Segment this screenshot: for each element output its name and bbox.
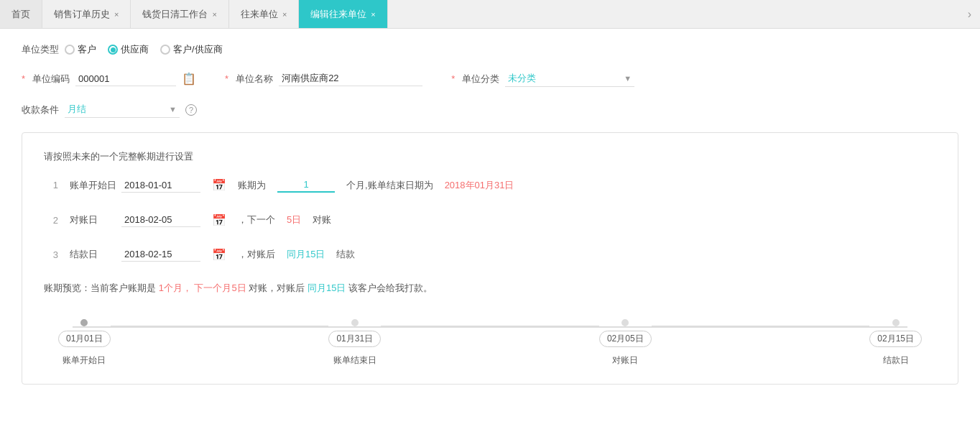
timeline: 01月01日 账单开始日 01月31日 账单结束日 02月05日 对账日 — [44, 312, 936, 367]
payment-terms-label: 收款条件 — [22, 104, 59, 116]
unit-code-star: * — [22, 73, 25, 84]
payment-terms-field: 收款条件 月结 ▼ ? — [22, 101, 197, 118]
row-reconcile-date: 2 对账日 📅 ，下一个 5日 对账 — [44, 213, 936, 227]
unit-code-field: * 单位编码 📋 — [22, 72, 196, 86]
preview-end: 该客户会给我打款。 — [348, 282, 433, 293]
row2-highlight: 5日 — [287, 213, 301, 226]
unit-name-label: 单位名称 — [236, 73, 273, 86]
tab-edit-partner[interactable]: 编辑往来单位 × — [299, 0, 387, 28]
timeline-dot-3 — [892, 319, 900, 326]
timeline-items: 01月01日 账单开始日 01月31日 账单结束日 02月05日 对账日 — [58, 319, 922, 367]
main-content: 单位类型 客户 供应商 客户/供应商 * 单位编码 — [0, 29, 980, 437]
preview-months: 1个月， — [159, 282, 192, 293]
row3-label: 结款日 — [70, 248, 110, 261]
row2-num: 2 — [44, 215, 58, 226]
row2-label: 对账日 — [70, 213, 110, 226]
radio-customer[interactable]: 客户 — [65, 43, 96, 56]
timeline-label-0: 账单开始日 — [63, 354, 106, 367]
radio-both-label: 客户/供应商 — [173, 43, 223, 56]
payment-terms-row: 收款条件 月结 ▼ ? — [22, 101, 958, 118]
timeline-badge-1: 01月31日 — [328, 331, 381, 347]
row-payment-date: 3 结款日 📅 ，对账后 同月15日 结款 — [44, 247, 936, 262]
tab-sales-history-label: 销售订单历史 — [54, 8, 110, 21]
tab-partner-label: 往来单位 — [241, 8, 278, 21]
row3-calendar-icon[interactable]: 📅 — [212, 248, 226, 262]
payment-terms-arrow-icon: ▼ — [169, 105, 177, 114]
row1-period-unit: 个月,账单结束日期为 — [346, 179, 433, 192]
unit-code-input[interactable] — [75, 72, 176, 86]
row2-suffix-pre: ，下一个 — [238, 213, 275, 226]
tab-partner-close[interactable]: × — [282, 10, 287, 19]
unit-category-dropdown[interactable]: 未分类 ▼ — [505, 70, 634, 87]
unit-category-star: * — [451, 73, 455, 84]
row3-suffix-pre: ，对账后 — [238, 248, 275, 261]
radio-supplier[interactable]: 供应商 — [108, 43, 149, 56]
unit-info-row: * 单位编码 📋 * 单位名称 * 单位分类 未分类 ▼ — [22, 70, 958, 87]
tab-sales-history[interactable]: 销售订单历史 × — [42, 0, 131, 28]
row1-num: 1 — [44, 180, 58, 190]
timeline-item-3: 02月15日 结款日 — [869, 319, 922, 367]
timeline-connector-1 — [111, 326, 329, 327]
tab-bar: 首页 销售订单历史 × 钱货日清工作台 × 往来单位 × 编辑往来单位 × › — [0, 0, 980, 29]
radio-supplier-circle — [108, 45, 118, 55]
timeline-item-2: 02月05日 对账日 — [599, 319, 652, 367]
row1-date-input[interactable] — [121, 178, 200, 193]
row1-period-label: 账期为 — [238, 179, 266, 192]
tab-home-label: 首页 — [11, 8, 30, 21]
preview-text: 账期预览：当前客户账期是 1个月， 下一个月5日 对账，对账后 同月15日 该客… — [44, 282, 936, 295]
timeline-label-2: 对账日 — [612, 354, 638, 367]
timeline-label-3: 结款日 — [883, 354, 909, 367]
timeline-dot-2 — [621, 319, 629, 326]
row3-date-input[interactable] — [121, 247, 200, 262]
panel-description: 请按照未来的一个完整帐期进行设置 — [44, 150, 936, 163]
radio-customer-label: 客户 — [78, 43, 96, 56]
row1-period-input[interactable] — [277, 178, 335, 193]
row1-label: 账单开始日 — [70, 179, 110, 192]
tab-cash-work[interactable]: 钱货日清工作台 × — [131, 0, 228, 28]
timeline-label-1: 账单结束日 — [333, 354, 376, 367]
row2-date-input[interactable] — [121, 213, 200, 227]
tab-cash-work-label: 钱货日清工作台 — [142, 8, 208, 21]
tab-edit-partner-close[interactable]: × — [371, 10, 375, 19]
preview-mid: 对账，对账后 — [249, 282, 305, 293]
payment-terms-dropdown[interactable]: 月结 ▼ — [65, 101, 180, 118]
row1-calendar-icon[interactable]: 📅 — [212, 178, 226, 192]
radio-supplier-label: 供应商 — [121, 43, 149, 56]
payment-terms-value: 月结 — [68, 103, 163, 116]
radio-customer-circle — [65, 45, 75, 55]
timeline-badge-0: 01月01日 — [58, 331, 111, 347]
tab-sales-history-close[interactable]: × — [114, 10, 119, 19]
unit-code-icon[interactable]: 📋 — [182, 72, 196, 86]
unit-category-arrow-icon: ▼ — [624, 74, 632, 83]
timeline-item-0: 01月01日 账单开始日 — [58, 319, 111, 367]
tab-more-button[interactable]: › — [959, 0, 980, 28]
radio-both[interactable]: 客户/供应商 — [160, 43, 223, 56]
row3-highlight: 同月15日 — [287, 248, 325, 261]
preview-label: 账期预览：当前客户账期是 — [44, 282, 156, 293]
unit-category-value: 未分类 — [508, 72, 618, 85]
timeline-item-1: 01月31日 账单结束日 — [328, 319, 381, 367]
unit-category-label: 单位分类 — [462, 73, 499, 86]
tab-home[interactable]: 首页 — [0, 0, 42, 28]
row2-calendar-icon[interactable]: 📅 — [212, 213, 226, 227]
row1-end-date: 2018年01月31日 — [445, 179, 514, 192]
tab-partner[interactable]: 往来单位 × — [229, 0, 299, 28]
row3-num: 3 — [44, 249, 58, 260]
tab-cash-work-close[interactable]: × — [212, 10, 216, 19]
unit-category-field: * 单位分类 未分类 ▼ — [451, 70, 634, 87]
unit-code-label: 单位编码 — [32, 73, 70, 86]
row3-suffix-post: 结款 — [336, 248, 355, 261]
payment-terms-help-icon[interactable]: ? — [185, 104, 197, 116]
unit-name-input[interactable] — [279, 72, 422, 86]
timeline-badge-2: 02月05日 — [599, 331, 652, 347]
unit-type-radio-group: 客户 供应商 客户/供应商 — [65, 43, 223, 56]
row-start-date: 1 账单开始日 📅 账期为 个月,账单结束日期为 2018年01月31日 — [44, 178, 936, 193]
row2-suffix-post: 对账 — [313, 213, 331, 226]
unit-type-row: 单位类型 客户 供应商 客户/供应商 — [22, 43, 958, 56]
timeline-connector-3 — [652, 326, 870, 327]
preview-date: 同月15日 — [308, 282, 346, 293]
timeline-dot-1 — [351, 319, 359, 326]
tab-edit-partner-label: 编辑往来单位 — [310, 8, 366, 21]
timeline-badge-3: 02月15日 — [869, 331, 922, 347]
unit-name-field: * 单位名称 — [225, 72, 422, 86]
